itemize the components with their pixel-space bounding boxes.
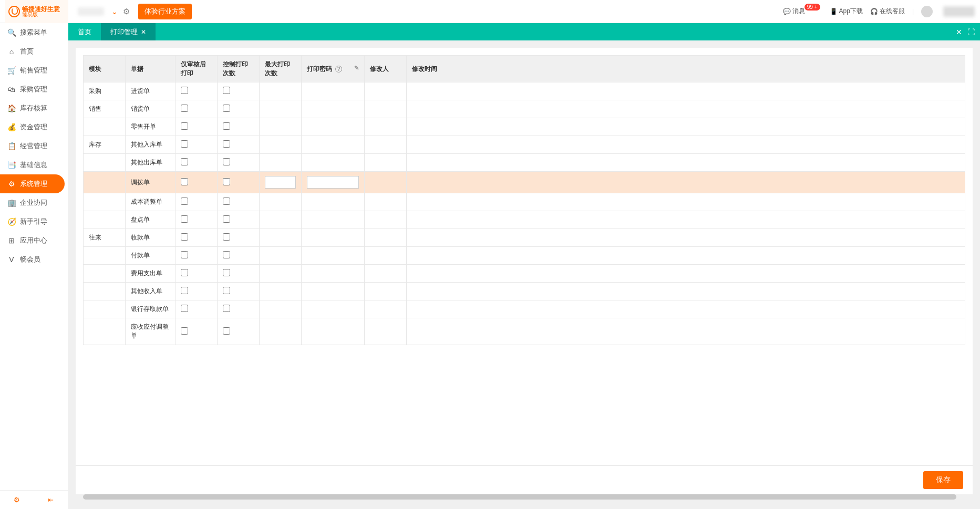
close-all-tabs-icon[interactable]: ✕: [956, 28, 962, 36]
sidebar-search[interactable]: 🔍搜索菜单: [0, 23, 68, 42]
table-row: 采购进货单: [84, 82, 965, 100]
tab-打印管理[interactable]: 打印管理✕: [101, 23, 156, 40]
sidebar-purchase[interactable]: 🛍采购管理: [0, 80, 68, 99]
sidebar-guide[interactable]: 🧭新手引导: [0, 212, 68, 231]
tab-actions: ✕ ⛶: [956, 28, 980, 36]
cell-time: [407, 154, 965, 172]
sidebar-search-icon: 🔍: [7, 28, 16, 37]
audit-checkbox[interactable]: [181, 87, 188, 94]
ctrl-checkbox[interactable]: [223, 140, 230, 148]
industry-plan-button[interactable]: 体验行业方案: [138, 4, 192, 19]
audit-checkbox[interactable]: [181, 105, 188, 112]
sidebar-funds[interactable]: 💰资金管理: [0, 118, 68, 137]
sidebar-collapse-icon[interactable]: ⇤: [34, 491, 68, 509]
cell-ctrl: [218, 211, 260, 229]
ctrl-checkbox[interactable]: [223, 87, 230, 94]
audit-checkbox[interactable]: [181, 215, 188, 223]
sidebar-apps[interactable]: ⊞应用中心: [0, 231, 68, 250]
ctrl-checkbox[interactable]: [223, 215, 230, 223]
audit-checkbox[interactable]: [181, 122, 188, 130]
cell-doc: 其他入库单: [126, 136, 176, 154]
cell-module: 销售: [84, 100, 126, 118]
table-row: 调拨单: [84, 172, 965, 193]
audit-checkbox[interactable]: [181, 233, 188, 241]
scrollbar-thumb[interactable]: [83, 494, 956, 500]
tab-首页[interactable]: 首页: [68, 23, 101, 40]
th-doc: 单据: [126, 56, 176, 82]
audit-checkbox[interactable]: [181, 251, 188, 258]
ctrl-checkbox[interactable]: [223, 305, 230, 312]
cell-ctrl: [218, 100, 260, 118]
content-wrap: 模块 单据 仅审核后打印 控制打印次数 最大打印次数 打印密码 ? ✎ 修改人: [68, 40, 980, 509]
panel: 模块 单据 仅审核后打印 控制打印次数 最大打印次数 打印密码 ? ✎ 修改人: [76, 48, 973, 465]
cell-doc: 进货单: [126, 82, 176, 100]
cell-doc: 调拨单: [126, 172, 176, 193]
save-button[interactable]: 保存: [923, 471, 963, 489]
sidebar-inventory[interactable]: 🏠库存核算: [0, 99, 68, 118]
audit-checkbox[interactable]: [181, 158, 188, 165]
fullscreen-icon[interactable]: ⛶: [967, 28, 975, 36]
edit-icon[interactable]: ✎: [354, 65, 359, 71]
ctrl-checkbox[interactable]: [223, 122, 230, 130]
max-count-input[interactable]: [265, 176, 296, 189]
sidebar-operation[interactable]: 📋经营管理: [0, 137, 68, 155]
cell-time: [407, 211, 965, 229]
audit-checkbox[interactable]: [181, 269, 188, 276]
table-row: 其他收入单: [84, 283, 965, 300]
audit-checkbox[interactable]: [181, 287, 188, 294]
messages-label: 消息: [792, 7, 805, 16]
audit-checkbox[interactable]: [181, 327, 188, 335]
header-right: 💬 消息 99 + 📱 App下载 🎧 在线客服 |: [783, 6, 975, 17]
sidebar-sales[interactable]: 🛒销售管理: [0, 61, 68, 80]
cell-audit: [176, 172, 218, 193]
cell-ctrl: [218, 318, 260, 345]
footer-bar: 保存: [76, 465, 973, 494]
audit-checkbox[interactable]: [181, 178, 188, 185]
audit-checkbox[interactable]: [181, 198, 188, 205]
sidebar-enterprise[interactable]: 🏢企业协同: [0, 193, 68, 212]
audit-checkbox[interactable]: [181, 140, 188, 148]
gear-icon[interactable]: ⚙: [123, 7, 130, 16]
ctrl-checkbox[interactable]: [223, 198, 230, 205]
sidebar-member-label: 畅会员: [20, 255, 40, 264]
company-selector[interactable]: ⌄: [78, 7, 123, 16]
cell-audit: [176, 283, 218, 300]
cell-time: [407, 247, 965, 265]
sidebar-system[interactable]: ⚙系统管理: [0, 174, 65, 193]
close-icon[interactable]: ✕: [141, 28, 146, 36]
table-header-row: 模块 单据 仅审核后打印 控制打印次数 最大打印次数 打印密码 ? ✎ 修改人: [84, 56, 965, 82]
help-icon[interactable]: ?: [335, 66, 342, 72]
cell-audit: [176, 82, 218, 100]
ctrl-checkbox[interactable]: [223, 327, 230, 335]
ctrl-checkbox[interactable]: [223, 178, 230, 185]
sidebar-settings-icon[interactable]: ⚙: [0, 491, 34, 509]
sidebar-funds-icon: 💰: [7, 123, 16, 131]
messages-link[interactable]: 💬 消息 99 +: [783, 7, 822, 16]
sidebar-member[interactable]: V畅会员: [0, 250, 68, 269]
audit-checkbox[interactable]: [181, 305, 188, 312]
cell-max: [260, 211, 302, 229]
online-service-link[interactable]: 🎧 在线客服: [870, 7, 905, 16]
ctrl-checkbox[interactable]: [223, 158, 230, 165]
ctrl-checkbox[interactable]: [223, 233, 230, 241]
username-blurred: [943, 6, 975, 17]
cell-modifier: [365, 100, 407, 118]
cell-audit: [176, 193, 218, 211]
ctrl-checkbox[interactable]: [223, 251, 230, 258]
sidebar-basic[interactable]: 📑基础信息: [0, 155, 68, 174]
sidebar-home[interactable]: ⌂首页: [0, 42, 68, 61]
sidebar-basic-label: 基础信息: [20, 160, 47, 170]
sidebar-operation-icon: 📋: [7, 142, 16, 150]
cell-audit: [176, 318, 218, 345]
logo-icon: [8, 6, 20, 17]
ctrl-checkbox[interactable]: [223, 105, 230, 112]
th-audit-print: 仅审核后打印: [176, 56, 218, 82]
avatar[interactable]: [921, 6, 933, 17]
password-input[interactable]: [307, 176, 359, 189]
horizontal-scrollbar[interactable]: [83, 494, 965, 500]
app-download-link[interactable]: 📱 App下载: [830, 7, 863, 16]
th-modifier: 修改人: [365, 56, 407, 82]
ctrl-checkbox[interactable]: [223, 287, 230, 294]
ctrl-checkbox[interactable]: [223, 269, 230, 276]
cell-modifier: [365, 136, 407, 154]
